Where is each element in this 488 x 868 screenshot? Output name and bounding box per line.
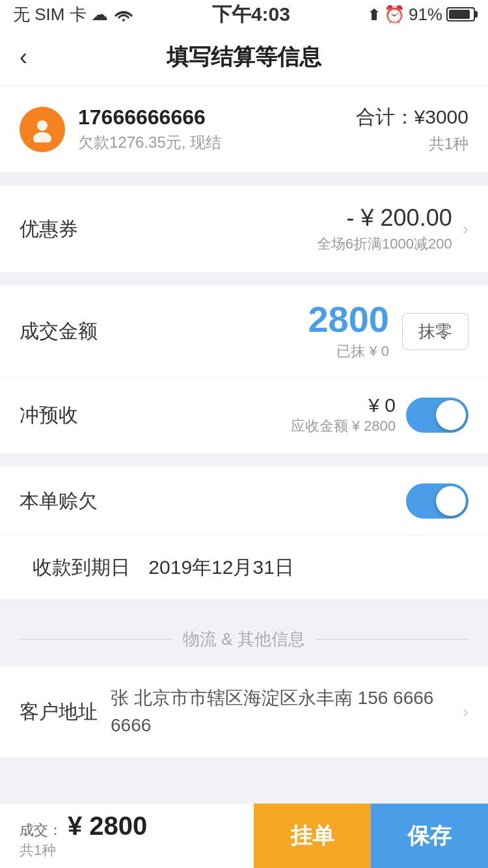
svg-point-0 (122, 19, 125, 21)
save-button[interactable]: 保存 (371, 804, 488, 868)
deal-amount-value: 2800 (308, 301, 389, 338)
divider-1 (0, 172, 488, 185)
toggle-knob-2 (436, 486, 466, 516)
credit-label: 本单赊欠 (20, 488, 98, 515)
status-time: 下午4:03 (212, 1, 290, 28)
address-value: 张 北京市市辖区海淀区永丰南 156 6666 6666 (111, 685, 463, 739)
deal-amount-sub: 已抹 ¥ 0 (308, 342, 389, 361)
prepay-label: 冲预收 (20, 402, 78, 429)
due-date-label: 收款到期日 (33, 556, 130, 578)
deal-amount-label: 成交金额 (20, 318, 98, 345)
battery-icon (446, 7, 475, 21)
svg-point-2 (37, 120, 47, 131)
wifi-icon (113, 7, 134, 21)
due-date-row: 收款到期日 2019年12月31日 (0, 536, 488, 599)
svg-point-3 (33, 132, 51, 142)
status-right: ⏰ 91% (368, 5, 475, 25)
total-amount: 合计：¥3000 (356, 104, 468, 131)
prepay-row: 冲预收 ¥ 0 应收金额 ¥ 2800 (0, 377, 488, 453)
logistics-label: 物流 & 其他信息 (183, 628, 305, 651)
divider-4 (0, 599, 488, 612)
coupon-sub: 全场6折满1000减200 (317, 234, 452, 254)
bottom-count: 共1种 (20, 841, 234, 860)
prepay-toggle[interactable] (406, 398, 468, 433)
battery-percent: 91% (409, 5, 442, 25)
bottom-bar: 成交： ¥ 2800 共1种 挂单 保存 (0, 803, 488, 868)
coupon-label: 优惠券 (20, 216, 78, 243)
address-label: 客户地址 (20, 699, 98, 726)
back-button[interactable]: ‹ (20, 44, 27, 71)
bottom-deal-label: 成交： (20, 821, 62, 840)
address-chevron-icon: › (463, 701, 468, 722)
coupon-amount: - ¥ 200.00 (317, 204, 452, 232)
divider-3 (0, 453, 488, 466)
customer-sub: 欠款1276.35元, 现结 (78, 132, 221, 153)
credit-toggle[interactable] (406, 483, 468, 519)
credit-row: 本单赊欠 (0, 466, 488, 536)
avatar (20, 107, 65, 152)
round-button[interactable]: 抹零 (402, 313, 468, 350)
chevron-icon: › (463, 219, 468, 239)
customer-row: 17666666666 欠款1276.35元, 现结 合计：¥3000 共1种 (0, 86, 488, 172)
deal-amount-row: 成交金额 2800 已抹 ¥ 0 抹零 (0, 285, 488, 377)
logistics-section-header: 物流 & 其他信息 (0, 612, 488, 666)
divider-2 (0, 272, 488, 285)
status-bar: 无 SIM 卡 ☁ 下午4:03 ⏰ 91% (0, 0, 488, 29)
nav-bar: ‹ 填写结算等信息 (0, 29, 488, 86)
location-icon (368, 7, 380, 21)
address-row[interactable]: 客户地址 张 北京市市辖区海淀区永丰南 156 6666 6666 › (0, 666, 488, 757)
due-date-value: 2019年12月31日 (148, 556, 293, 578)
prepay-sub: 应收金额 ¥ 2800 (291, 416, 396, 436)
toggle-knob (436, 400, 466, 430)
hang-button[interactable]: 挂单 (254, 804, 371, 868)
prepay-amount: ¥ 0 (291, 394, 396, 416)
svg-marker-1 (370, 8, 379, 20)
bottom-deal-amount: ¥ 2800 (68, 811, 147, 841)
header-line-left (20, 639, 172, 640)
sim-label: 无 SIM 卡 ☁ (13, 3, 108, 26)
status-left: 无 SIM 卡 ☁ (13, 3, 134, 26)
alarm-icon: ⏰ (384, 5, 405, 25)
header-line-right (316, 639, 468, 640)
page-title: 填写结算等信息 (167, 42, 321, 72)
total-count: 共1种 (356, 133, 468, 154)
coupon-row[interactable]: 优惠券 - ¥ 200.00 全场6折满1000减200 › (0, 185, 488, 272)
customer-phone: 17666666666 (78, 105, 221, 129)
